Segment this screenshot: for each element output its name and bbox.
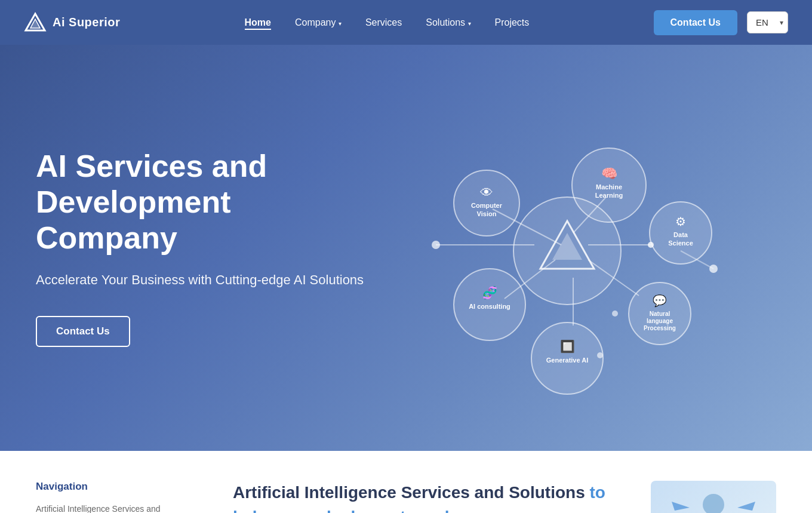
svg-text:Data: Data — [673, 231, 688, 238]
svg-text:Generative AI: Generative AI — [546, 357, 589, 364]
svg-point-11 — [432, 241, 440, 249]
svg-text:Processing: Processing — [644, 325, 676, 331]
svg-text:⚙: ⚙ — [675, 215, 686, 228]
logo-icon — [24, 11, 47, 34]
hero-content: AI Services and Development Company Acce… — [36, 149, 370, 346]
nav-item-projects[interactable]: Projects — [495, 17, 530, 27]
footer-image: ♥ — [651, 481, 776, 513]
svg-text:AI consulting: AI consulting — [469, 303, 510, 310]
svg-marker-46 — [672, 502, 690, 511]
nav-logo[interactable]: Ai Superior — [24, 11, 120, 34]
footer-nav-text: Artificial Intelligence Services and Sol… — [36, 502, 197, 513]
svg-point-7 — [612, 311, 618, 317]
svg-text:Vision: Vision — [477, 210, 497, 217]
nav-item-home[interactable]: Home — [245, 17, 271, 30]
nav-links: Home Company ▾ Services Solutions ▾ Proj… — [245, 17, 530, 28]
footer-illustration: ♥ — [666, 484, 761, 513]
logo-text: Ai Superior — [53, 16, 120, 29]
svg-text:💬: 💬 — [653, 294, 667, 308]
svg-text:Science: Science — [668, 239, 693, 247]
footer-nav-title: Navigation — [36, 481, 197, 493]
svg-point-42 — [703, 494, 724, 513]
svg-point-40 — [597, 352, 603, 358]
hero-subtitle: Accelerate Your Business with Cutting-ed… — [36, 271, 370, 290]
bottom-section: Navigation Artificial Intelligence Servi… — [0, 451, 812, 513]
lang-selector[interactable]: EN DE FR — [747, 11, 788, 33]
svg-text:🔲: 🔲 — [560, 339, 575, 354]
svg-text:language: language — [647, 318, 673, 324]
footer-nav: Navigation Artificial Intelligence Servi… — [36, 481, 197, 513]
nav-right: Contact Us EN DE FR ▾ — [654, 10, 788, 35]
svg-text:🧬: 🧬 — [482, 285, 497, 300]
lang-selector-wrapper: EN DE FR ▾ — [747, 11, 788, 33]
svg-text:Computer: Computer — [471, 202, 503, 209]
chevron-down-icon: ▾ — [339, 20, 342, 27]
footer-main: Artificial Intelligence Services and Sol… — [233, 481, 615, 513]
nav-item-company[interactable]: Company ▾ — [295, 17, 342, 27]
svg-text:Machine: Machine — [596, 183, 622, 191]
svg-text:🧠: 🧠 — [601, 165, 618, 182]
contact-us-button-nav[interactable]: Contact Us — [654, 10, 737, 35]
navbar: Ai Superior Home Company ▾ Services Solu… — [0, 0, 812, 45]
ai-diagram-svg: 👁 Computer Vision 🧠 Machine Learning ⚙ D… — [388, 93, 758, 403]
nav-item-solutions[interactable]: Solutions ▾ — [426, 17, 470, 27]
hero-title: AI Services and Development Company — [36, 149, 370, 256]
hero-contact-button[interactable]: Contact Us — [36, 316, 130, 347]
svg-marker-44 — [737, 502, 755, 511]
svg-text:Natural: Natural — [650, 311, 670, 317]
hero-diagram: 👁 Computer Vision 🧠 Machine Learning ⚙ D… — [370, 81, 776, 415]
chevron-down-icon: ▾ — [468, 20, 471, 27]
svg-text:👁: 👁 — [480, 185, 493, 200]
hero-section: AI Services and Development Company Acce… — [0, 45, 812, 451]
svg-text:Learning: Learning — [595, 192, 623, 199]
footer-main-title: Artificial Intelligence Services and Sol… — [233, 481, 615, 513]
nav-item-services[interactable]: Services — [365, 17, 402, 27]
